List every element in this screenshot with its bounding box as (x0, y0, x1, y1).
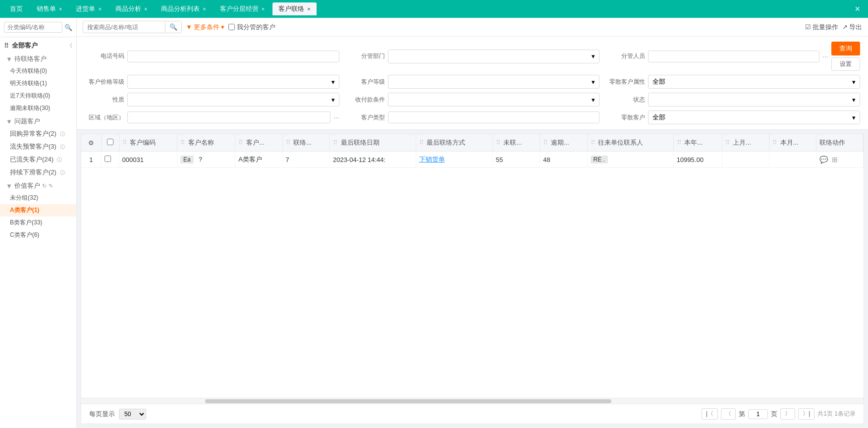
resizer-icon: ⠿ (677, 139, 682, 146)
sidebar-item-ungrouped[interactable]: 未分组(32) (0, 192, 76, 204)
close-icon[interactable]: × (307, 6, 310, 12)
sidebar-item-7days[interactable]: 近7天待联络(0) (0, 90, 76, 102)
table-wrap[interactable]: ⚙ ⠿ 客户编码 ⠿ 客户名称 (81, 134, 864, 398)
batch-op-btn[interactable]: ☑ 批量操作 (805, 23, 838, 32)
sidebar-item-a-class[interactable]: A类客户(1) (0, 204, 76, 216)
scrollbar-thumb[interactable] (205, 399, 611, 403)
nav-tab-customer-contact[interactable]: 客户联络 × (272, 2, 316, 15)
select-all-checkbox[interactable] (107, 139, 113, 145)
more-icon[interactable]: ··· (822, 53, 828, 60)
th-checkbox[interactable] (101, 134, 119, 152)
sidebar-item-c-class[interactable]: C类客户(6) (0, 229, 76, 241)
close-icon[interactable]: × (59, 6, 62, 12)
row-checkbox[interactable] (105, 156, 111, 162)
sidebar-item-overdue[interactable]: 逾期未联络(30) (0, 102, 76, 114)
sidebar-item-repurchase-abnormal[interactable]: 回购异常客户(2) ⓘ (0, 127, 76, 140)
nav-home[interactable]: 首页 (4, 2, 29, 15)
last-page-btn[interactable]: 〉| (798, 408, 814, 420)
sidebar-group-pending[interactable]: ▼ 待联络客户 (0, 52, 76, 65)
close-icon[interactable]: × (203, 6, 206, 12)
page-size-select[interactable]: 50 100 200 (119, 409, 146, 420)
payment-select[interactable]: ▾ (388, 93, 600, 107)
page-number-input[interactable] (748, 409, 768, 419)
td-name[interactable]: Ea ？ (177, 152, 235, 168)
sidebar-item-b-class[interactable]: B类客户(33) (0, 216, 76, 229)
retail-select[interactable]: 全部 ▾ (648, 110, 860, 124)
td-not-contacted: 55 (492, 152, 540, 168)
nav-tab-goods-analysis[interactable]: 商品分析 × (109, 2, 153, 15)
resizer-icon: ⠿ (419, 139, 424, 146)
nav-tab-goods-analysis-list[interactable]: 商品分析列表 × (155, 2, 212, 15)
nav-tab-sales[interactable]: 销售单 × (31, 2, 68, 15)
more-icon[interactable]: ··· (333, 113, 339, 121)
td-last-contact-way[interactable]: 下销货单 (416, 152, 492, 168)
customer-table: ⚙ ⠿ 客户编码 ⠿ 客户名称 (81, 134, 864, 168)
my-customers-checkbox[interactable]: 我分管的客户 (228, 23, 275, 32)
search-input[interactable] (83, 22, 165, 33)
info-icon: ⓘ (60, 170, 65, 175)
close-all-tabs[interactable]: × (851, 4, 864, 14)
filter-retail: 零散客户 全部 ▾ (605, 110, 860, 124)
edit-icon[interactable]: ✎ (49, 183, 53, 189)
search-button[interactable]: 🔍 (165, 21, 181, 33)
check-square-icon: ☑ (805, 23, 811, 31)
all-customers-header[interactable]: ⠿ 全部客户 〈 (0, 37, 76, 52)
nature-select[interactable]: ▾ (127, 93, 339, 107)
nav-tab-purchase[interactable]: 进货单 × (70, 2, 107, 15)
grid-icon: ⠿ (4, 42, 9, 50)
chevron-down-icon: ▾ (592, 53, 595, 60)
manager-input[interactable] (648, 51, 819, 62)
more-conditions-btn[interactable]: ▼ 更多条件 ▾ (186, 23, 224, 32)
qrcode-icon[interactable]: ⊞ (832, 156, 838, 163)
refresh-icon[interactable]: ↻ (42, 183, 47, 189)
th-customer-type: ⠿ 客户... (235, 134, 282, 152)
horizontal-scrollbar[interactable] (81, 398, 864, 404)
export-btn[interactable]: ↗ 导出 (842, 23, 862, 32)
my-customers-check[interactable] (228, 24, 235, 30)
chat-icon[interactable]: 💬 (819, 156, 828, 163)
customer-type-input[interactable] (388, 111, 600, 123)
price-grade-select[interactable]: ▾ (127, 75, 339, 89)
next-page-btn[interactable]: 〉 (780, 408, 795, 420)
prev-page-btn[interactable]: 〈 (721, 408, 736, 420)
td-this-year: 10995.00 (673, 152, 722, 168)
chevron-down-icon: ▾ (592, 78, 595, 86)
sidebar-item-churn-warning[interactable]: 流失预警客户(3) ⓘ (0, 140, 76, 153)
query-btn[interactable]: 查询 (831, 42, 860, 55)
filter-payment: 收付款条件 ▾ (345, 93, 600, 107)
sidebar-item-declining[interactable]: 持续下滑客户(2) ⓘ (0, 166, 76, 179)
resizer-icon: ⠿ (238, 139, 243, 146)
name-tag: Ea (180, 156, 194, 163)
th-last-contact-date: ⠿ 最后联络日期 (329, 134, 416, 152)
sidebar-search-input[interactable] (4, 22, 62, 33)
sidebar-item-churned[interactable]: 已流失客户(24) ⓘ (0, 153, 76, 166)
collapse-icon[interactable]: 〈 (67, 42, 72, 50)
td-code: 000031 (119, 152, 177, 168)
td-last-contact-date: 2023-04-12 14:44: (329, 152, 416, 168)
dept-select[interactable]: ▾ (388, 50, 600, 63)
td-actions: 💬 ⊞ (816, 152, 864, 168)
th-settings[interactable]: ⚙ (81, 134, 101, 152)
nav-tab-customer-segment[interactable]: 客户分层经营 × (214, 2, 271, 15)
info-icon: ⓘ (60, 131, 65, 137)
filter-row-3: 性质 ▾ 收付款条件 ▾ 状态 (85, 93, 860, 107)
close-icon[interactable]: × (144, 6, 147, 12)
phone-input[interactable] (127, 51, 339, 62)
retail-attr-select[interactable]: 全部 ▾ (648, 75, 860, 89)
first-page-btn[interactable]: |〈 (702, 408, 718, 420)
search-icon[interactable]: 🔍 (64, 24, 72, 31)
status-select[interactable]: ▾ (648, 93, 860, 107)
settings-btn[interactable]: 设置 (831, 57, 860, 71)
gear-icon[interactable]: ⚙ (88, 139, 94, 147)
sidebar-group-value[interactable]: ▼ 价值客户 ↻ ✎ (0, 179, 76, 192)
td-checkbox[interactable] (101, 152, 119, 168)
sidebar-item-tomorrow[interactable]: 明天待联络(1) (0, 77, 76, 90)
customer-grade-select[interactable]: ▾ (388, 75, 600, 89)
sidebar-item-today[interactable]: 今天待联络(0) (0, 65, 76, 77)
sidebar-group-problem[interactable]: ▼ 问题客户 (0, 114, 76, 127)
region-input[interactable] (127, 111, 330, 123)
close-icon[interactable]: × (262, 6, 265, 12)
filter-row-1: 电话号码 分管部门 ▾ 分管人员 ··· 查询 设置 (85, 42, 860, 71)
close-icon[interactable]: × (98, 6, 101, 12)
last-contact-link[interactable]: 下销货单 (419, 156, 445, 163)
